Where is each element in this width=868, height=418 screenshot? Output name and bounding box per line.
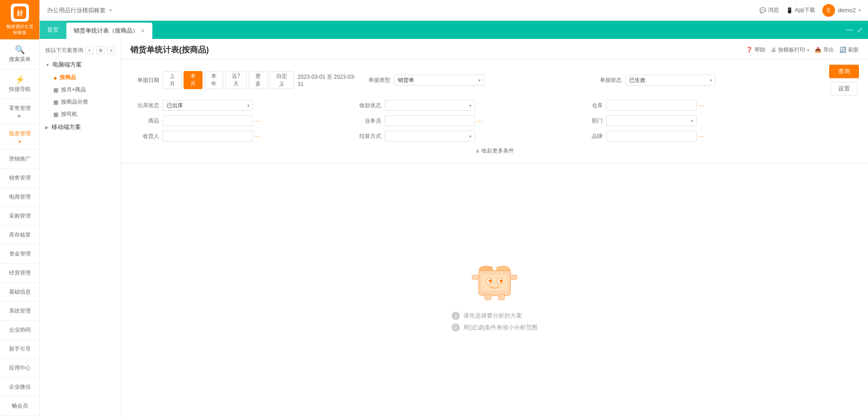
tree-by-month-product[interactable]: ▦ 按月+商品 xyxy=(40,84,121,96)
product-ellipsis[interactable]: ··· xyxy=(253,117,262,124)
sidebar-item-search[interactable]: 🔍 搜索菜单 xyxy=(0,39,39,69)
doc-status-select[interactable]: 已生效 xyxy=(625,75,716,86)
by-category-label: 按商品分类 xyxy=(61,98,88,106)
receipt-status-select[interactable] xyxy=(385,100,475,111)
query-btn[interactable]: 查询 xyxy=(829,65,859,78)
app-name: 畅捷通好生意 xyxy=(6,24,33,29)
sidebar-item-operation[interactable]: 经营管理 xyxy=(0,264,39,283)
date-btn-this-year[interactable]: 本年 xyxy=(204,71,223,89)
brand-label: 品牌 xyxy=(574,133,606,140)
refresh-icon: 🔄 xyxy=(840,47,846,53)
sidebar-item-finance[interactable]: 资金管理 xyxy=(0,245,39,264)
tab-close-icon[interactable]: × xyxy=(141,27,145,34)
user-area[interactable]: E demo2 ▾ xyxy=(822,4,861,17)
content-wrapper: 按以下方案查询 + ⚙ « ▼ 电脑端方案 ● 按商品 ▦ 按月+商品 xyxy=(40,39,868,418)
empty-illustration xyxy=(467,250,522,304)
tree-mobile-expand-icon: ▶ xyxy=(45,125,49,130)
minimize-icon[interactable]: — xyxy=(846,26,853,34)
maximize-icon[interactable]: ⤢ xyxy=(857,26,863,34)
by-product-label: 按商品 xyxy=(60,74,76,81)
tab-stats[interactable]: 销货单统计表（按商品） × xyxy=(66,23,152,39)
svg-point-7 xyxy=(489,280,491,282)
download-icon: 📱 xyxy=(786,7,793,14)
message-icon: 💬 xyxy=(760,7,766,14)
settlement-select[interactable] xyxy=(385,131,475,142)
collapse-btn[interactable]: ∧ 收起更多条件 xyxy=(130,144,859,157)
home-tab-label: 首页 xyxy=(47,26,59,34)
print-btn[interactable]: 🖨 按模板打印 ▾ xyxy=(771,46,809,54)
tab-home[interactable]: 首页 xyxy=(40,21,66,39)
export-btn[interactable]: 📤 导出 xyxy=(815,46,834,54)
empty-area: 1 请先选择要分析的方案 2 用[过滤]条件来缩小分析范围 xyxy=(121,163,868,418)
page-title: 销货单统计表(按商品) xyxy=(130,44,209,55)
sidebar-item-quick-nav[interactable]: ⚡ 快捷导航 xyxy=(0,69,39,99)
doc-type-select[interactable]: 销货单 xyxy=(394,75,484,86)
collapse-panel-btn[interactable]: « xyxy=(107,46,115,54)
sidebar-item-marketing[interactable]: 营销推广 xyxy=(0,150,39,169)
date-btn-this-month[interactable]: 本月 xyxy=(184,71,203,89)
tree-pc-label: 电脑端方案 xyxy=(52,61,82,69)
page-header: 销货单统计表(按商品) ❓ 帮助 🖨 按模板打印 ▾ 📤 导出 xyxy=(121,39,868,59)
sidebar-item-purchase[interactable]: 采购管理 xyxy=(0,207,39,226)
help-btn[interactable]: ❓ 帮助 xyxy=(746,46,765,54)
settings-scheme-btn[interactable]: ⚙ xyxy=(96,46,104,54)
warehouse-input[interactable] xyxy=(606,100,697,111)
date-btn-custom[interactable]: 自定义 xyxy=(269,71,294,89)
sidebar-item-inventory[interactable]: 库存核算 xyxy=(0,226,39,245)
sidebar-item-sales[interactable]: 销售管理 xyxy=(0,169,39,188)
logo-area[interactable]: 好 畅捷通好生意 标账版 xyxy=(0,0,39,39)
panel-title: 按以下方案查询 xyxy=(45,47,83,54)
tree-by-product[interactable]: ● 按商品 xyxy=(40,71,121,84)
add-scheme-btn[interactable]: + xyxy=(85,46,94,54)
settings-btn[interactable]: 设置 xyxy=(830,82,858,95)
tree-by-machine[interactable]: ▦ 按司机 xyxy=(40,108,121,120)
brand-ellipsis[interactable]: ··· xyxy=(697,133,706,140)
salesperson-ellipsis[interactable]: ··· xyxy=(475,117,484,124)
sidebar-item-guide[interactable]: 新手引导 xyxy=(0,340,39,359)
print-arrow: ▾ xyxy=(807,48,809,52)
sidebar-item-apps[interactable]: 应用中心 xyxy=(0,359,39,378)
sidebar-item-retail[interactable]: 零售管理 ▶ xyxy=(0,99,39,124)
app-subtitle: 标账版 xyxy=(13,29,27,36)
out-status-select[interactable]: 已出库 xyxy=(163,100,253,111)
sidebar-item-ecommerce[interactable]: 电商管理 xyxy=(0,188,39,207)
date-btn-last-month[interactable]: 上月 xyxy=(163,71,182,89)
search-icon: 🔍 xyxy=(2,45,38,55)
stats-tab-label: 销货单统计表（按商品） xyxy=(74,27,138,35)
brand-input[interactable] xyxy=(606,131,697,142)
product-input[interactable] xyxy=(163,115,253,126)
tree-mobile-label: 移动端方案 xyxy=(52,123,81,131)
salesperson-label: 业务员 xyxy=(352,117,385,125)
tree-by-category[interactable]: ▦ 按商品分类 xyxy=(40,96,121,108)
receiver-input[interactable] xyxy=(163,131,253,142)
top-bar: 办公用品行业模拟账套 ▾ 💬 消息 📱 App下载 E demo2 ▾ xyxy=(40,0,868,21)
receiver-label: 收货人 xyxy=(130,133,163,140)
top-bar-right: 💬 消息 📱 App下载 E demo2 ▾ xyxy=(760,4,861,17)
doc-type-label: 单据类型 xyxy=(361,76,394,84)
app-download-btn[interactable]: 📱 App下载 xyxy=(786,6,815,14)
date-btn-more[interactable]: 更多 xyxy=(249,71,268,89)
date-label: 单据日期 xyxy=(130,76,163,84)
tree-pc[interactable]: ▼ 电脑端方案 xyxy=(40,58,121,71)
sidebar-item-basic[interactable]: 基础信息 xyxy=(0,283,39,302)
department-select[interactable] xyxy=(606,115,697,126)
tab-bar-actions: — ⤢ xyxy=(840,21,868,39)
dropdown-arrow-industry[interactable]: ▾ xyxy=(109,8,112,13)
message-btn[interactable]: 💬 消息 xyxy=(760,6,779,14)
empty-step-1: 1 请先选择要分析的方案 xyxy=(452,312,537,320)
salesperson-input[interactable] xyxy=(385,115,475,126)
sidebar-item-member[interactable]: 畅会员 xyxy=(0,397,39,416)
sidebar-item-wechat[interactable]: 企业微信 xyxy=(0,378,39,397)
sidebar-item-system[interactable]: 系统管理 xyxy=(0,302,39,321)
receiver-ellipsis[interactable]: ··· xyxy=(253,133,262,140)
sidebar-item-enterprise[interactable]: 企业协同 xyxy=(0,321,39,340)
username: demo2 xyxy=(838,7,856,14)
step-num-1: 1 xyxy=(452,312,460,320)
by-month-label: 按月+商品 xyxy=(61,86,86,94)
date-btn-7days[interactable]: 近7天 xyxy=(225,71,247,89)
refresh-btn[interactable]: 🔄 刷新 xyxy=(840,46,859,54)
sidebar-item-wholesale[interactable]: 批发管理 ▲ xyxy=(0,124,39,150)
tree-mobile[interactable]: ▶ 移动端方案 xyxy=(40,120,121,134)
warehouse-ellipsis[interactable]: ··· xyxy=(697,102,706,109)
industry-label: 办公用品行业模拟账套 ▾ xyxy=(47,6,112,14)
